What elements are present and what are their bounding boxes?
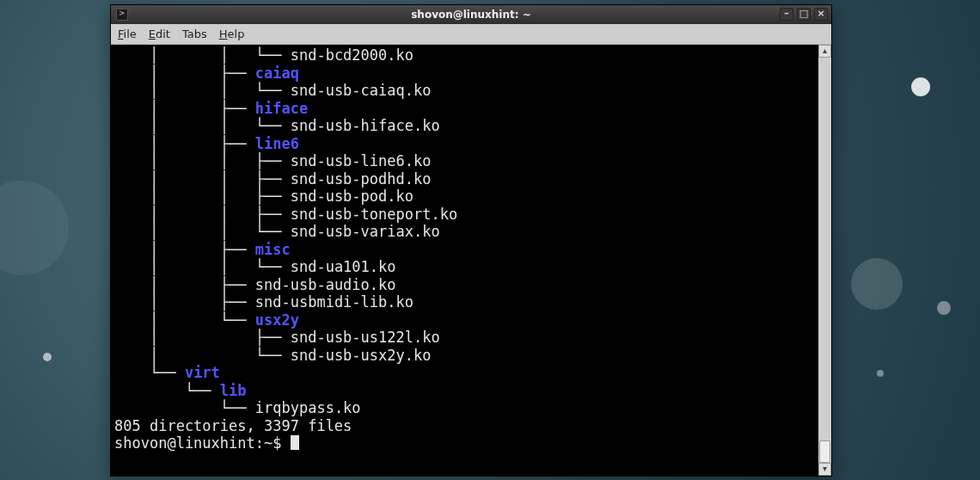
desktop: shovon@linuxhint: ~ – □ × File Edit Tabs… xyxy=(0,0,980,480)
scrollbar[interactable]: ▴ ▾ xyxy=(818,45,831,476)
tree-line: │ ├── misc xyxy=(114,241,815,259)
tree-dir: hiface xyxy=(255,100,308,117)
decoration xyxy=(937,301,951,315)
menu-tabs[interactable]: Tabs xyxy=(182,28,207,40)
tree-file: snd-usb-line6.ko xyxy=(291,152,432,169)
menu-edit-rest: dit xyxy=(156,28,170,40)
tree-dir: line6 xyxy=(255,135,299,152)
tree-line: │ └── snd-usb-usx2y.ko xyxy=(114,347,815,365)
tree-file: snd-usb-caiaq.ko xyxy=(291,82,432,99)
tree-file: snd-usb-audio.ko xyxy=(255,276,396,293)
tree-line: │ │ ├── snd-usb-line6.ko xyxy=(114,152,815,170)
tree-file: snd-usb-hiface.ko xyxy=(291,117,440,134)
tree-dir: usx2y xyxy=(255,311,299,329)
titlebar[interactable]: shovon@linuxhint: ~ – □ × xyxy=(111,5,831,24)
menu-help-rest: elp xyxy=(228,28,245,40)
menubar: File Edit Tabs Help xyxy=(111,24,831,45)
window-controls: – □ × xyxy=(780,8,828,21)
tree-line: │ ├── snd-usb-us122l.ko xyxy=(114,329,815,347)
menu-file-rest: ile xyxy=(124,28,137,40)
tree-line: │ │ ├── snd-usb-pod.ko xyxy=(114,188,815,206)
tree-line: │ └── usx2y xyxy=(114,311,815,329)
tree-line: │ │ └── snd-usb-hiface.ko xyxy=(114,117,815,135)
scroll-track[interactable] xyxy=(818,58,831,463)
tree-file: snd-usb-toneport.ko xyxy=(291,206,457,223)
tree-line: │ │ └── snd-usb-caiaq.ko xyxy=(114,82,815,100)
tree-line: │ ├── snd-usbmidi-lib.ko xyxy=(114,293,815,311)
terminal-output[interactable]: │ │ └── snd-bcd2000.ko │ ├── caiaq │ │ └… xyxy=(111,45,818,476)
menu-file[interactable]: File xyxy=(118,28,137,40)
tree-dir: lib xyxy=(220,382,247,399)
cursor xyxy=(291,435,299,450)
tree-file: irqbypass.ko xyxy=(255,399,361,416)
tree-file: snd-bcd2000.ko xyxy=(291,46,413,64)
terminal-window: shovon@linuxhint: ~ – □ × File Edit Tabs… xyxy=(110,4,832,477)
decoration xyxy=(877,370,884,377)
tree-file: snd-usb-variax.ko xyxy=(291,223,440,240)
tree-file: snd-usbmidi-lib.ko xyxy=(255,293,413,311)
tree-line: └── virt xyxy=(114,364,815,382)
decoration xyxy=(0,181,69,275)
tree-line: └── lib xyxy=(114,382,815,400)
tree-file: snd-ua101.ko xyxy=(291,258,396,275)
tree-line: │ │ └── snd-usb-variax.ko xyxy=(114,223,815,241)
terminal-area: │ │ └── snd-bcd2000.ko │ ├── caiaq │ │ └… xyxy=(111,45,831,476)
tree-line: │ ├── caiaq xyxy=(114,65,815,83)
tree-line: │ ├── hiface xyxy=(114,100,815,118)
window-title: shovon@linuxhint: ~ xyxy=(411,9,531,21)
prompt-line[interactable]: shovon@linuxhint:~$ xyxy=(114,434,815,452)
tree-file: snd-usb-podhd.ko xyxy=(291,170,432,188)
scroll-down-button[interactable]: ▾ xyxy=(818,463,831,476)
tree-file: snd-usb-pod.ko xyxy=(291,188,413,205)
tree-file: snd-usb-usx2y.ko xyxy=(291,347,432,364)
menu-help[interactable]: Help xyxy=(219,28,245,40)
tree-file: snd-usb-us122l.ko xyxy=(291,329,440,346)
tree-dir: misc xyxy=(255,241,291,258)
decoration xyxy=(851,258,903,310)
scroll-thumb[interactable] xyxy=(819,440,830,463)
scroll-up-button[interactable]: ▴ xyxy=(818,45,831,58)
minimize-button[interactable]: – xyxy=(780,8,793,21)
prompt-text: shovon@linuxhint:~$ xyxy=(114,434,291,452)
menu-edit[interactable]: Edit xyxy=(149,28,170,40)
tree-line: │ ├── snd-usb-audio.ko xyxy=(114,276,815,294)
tree-dir: virt xyxy=(185,364,220,381)
tree-line: │ │ └── snd-bcd2000.ko xyxy=(114,46,815,65)
tree-line: │ ├── line6 xyxy=(114,135,815,153)
tree-line: │ │ └── snd-ua101.ko xyxy=(114,258,815,276)
tree-line: │ │ ├── snd-usb-podhd.ko xyxy=(114,170,815,188)
tree-line: └── irqbypass.ko xyxy=(114,399,815,417)
tree-dir: caiaq xyxy=(255,65,299,82)
close-button[interactable]: × xyxy=(814,8,828,21)
decoration xyxy=(911,77,930,96)
terminal-icon xyxy=(116,9,128,21)
maximize-button[interactable]: □ xyxy=(797,8,811,21)
decoration xyxy=(43,353,52,361)
tree-summary: 805 directories, 3397 files xyxy=(114,417,815,435)
tree-line: │ │ ├── snd-usb-toneport.ko xyxy=(114,206,815,224)
